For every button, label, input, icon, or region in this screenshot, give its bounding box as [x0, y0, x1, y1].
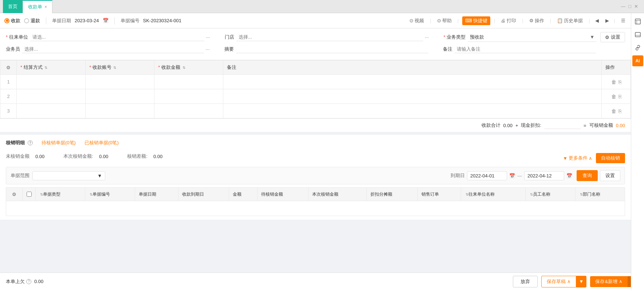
row2-remark[interactable] — [223, 89, 602, 104]
action-btn[interactable]: ⚙ 操作 — [527, 17, 546, 25]
row1-delete-btn[interactable]: 🗑 — [611, 79, 616, 85]
due-from-input[interactable] — [467, 171, 507, 180]
svg-rect-3 — [635, 32, 640, 37]
counterpart-input[interactable] — [30, 33, 204, 41]
auto-verify-btn[interactable]: 自动核销 — [596, 153, 625, 163]
tab-pending[interactable]: 待核销单据(0笔) — [37, 138, 80, 147]
col-action: 操作 — [602, 60, 631, 75]
query-btn[interactable]: 查询 — [577, 170, 598, 181]
video-btn[interactable]: ⊙ 视频 — [407, 17, 426, 25]
print-icon: 🖨 — [501, 18, 506, 23]
history-btn[interactable]: 📋 历史单据 — [555, 17, 585, 25]
verify-table-body — [6, 201, 625, 216]
row1-amount[interactable] — [154, 75, 223, 89]
vt-gear-icon[interactable]: ⚙ — [10, 190, 19, 199]
empty-label — [6, 201, 625, 216]
verified-label: 可核销金额 — [589, 122, 613, 129]
sidebar-link-icon[interactable] — [632, 42, 643, 53]
save-draft-dropdown-btn[interactable]: ▼ — [576, 276, 587, 287]
row3-copy-btn[interactable]: ⎘ — [619, 108, 621, 114]
row3-settle[interactable] — [17, 104, 86, 118]
row2-amount[interactable] — [154, 89, 223, 104]
row3-remark[interactable] — [223, 104, 602, 118]
sort-icon-type: ⇅ — [40, 192, 43, 196]
window-close-icon[interactable]: ✕ — [634, 4, 638, 9]
row2-copy-btn[interactable]: ⎘ — [619, 94, 621, 99]
col-amount: * 收款金额 ⇅ — [154, 60, 223, 75]
save-new-btn[interactable]: 保存&新增 ∧ — [590, 276, 628, 287]
row2-action: 🗑 ⎘ — [602, 89, 631, 104]
sidebar-table-icon[interactable] — [632, 16, 643, 27]
settings-btn[interactable]: ⚙ 设置 — [600, 32, 625, 42]
verify-tabs: 待核销单据(0笔) 已核销单据(0笔) — [37, 138, 123, 147]
svg-rect-0 — [635, 19, 640, 24]
window-minimize-icon[interactable]: — — [621, 4, 625, 9]
biz-type-select[interactable]: 预收款 ▼ — [468, 33, 597, 42]
store-more-btn[interactable]: ··· — [425, 34, 429, 40]
sidebar-ai-icon[interactable]: Ai — [632, 55, 643, 66]
row1-account[interactable] — [86, 75, 154, 89]
bottom-current-value: 0.00 — [34, 279, 43, 284]
help-btn[interactable]: ⊙ 帮助 — [435, 17, 454, 25]
vt-col-type: ⇅单据类型 — [36, 188, 85, 201]
discount-input[interactable] — [544, 122, 581, 129]
setting-btn[interactable]: 设置 — [600, 170, 620, 181]
tab-close-icon[interactable]: × — [44, 4, 47, 9]
verify-section: 核销明细 ? 待核销单据(0笔) 已核销单据(0笔) 未核销金额 0.00 本次… — [0, 135, 631, 220]
discount-label: 现金折扣: — [521, 122, 541, 129]
window-restore-icon[interactable]: □ — [628, 4, 631, 9]
select-all-checkbox[interactable] — [27, 192, 32, 197]
row3-amount[interactable] — [154, 104, 223, 118]
nav-prev-icon[interactable]: ◀ — [594, 17, 600, 24]
more-conditions-btn[interactable]: ▼ 更多条件 ∧ — [563, 155, 592, 161]
bottom-info-icon[interactable]: ? — [26, 279, 31, 284]
verify-date-row: 单据范围 ▼ 到期日 📅 — 📅 查询 设置 — [6, 167, 625, 184]
gear-icon: ⚙ — [605, 35, 609, 40]
date-label: 单据日期 — [52, 17, 71, 24]
sort-icon-3[interactable]: ⇅ — [182, 66, 185, 70]
staff-more-btn[interactable]: ··· — [205, 46, 210, 52]
store-field: 门店 ··· — [225, 33, 429, 41]
vt-col-gear[interactable]: ⚙ — [6, 188, 23, 201]
tab-home-label: 首页 — [8, 3, 17, 10]
store-input[interactable] — [236, 33, 423, 41]
sidebar-image-icon[interactable] — [632, 29, 643, 40]
row2-delete-btn[interactable]: 🗑 — [611, 94, 616, 99]
row3-delete-btn[interactable]: 🗑 — [611, 108, 616, 114]
save-draft-group: 保存草稿 ∧ ▼ — [541, 276, 587, 287]
row2-settle[interactable] — [17, 89, 86, 104]
layout-icon[interactable]: ☰ — [619, 17, 628, 24]
row3-account[interactable] — [86, 104, 154, 118]
tab-receipt[interactable]: 收款单 × — [23, 0, 52, 13]
staff-input[interactable] — [22, 45, 204, 53]
row3-action: 🗑 ⎘ — [602, 104, 631, 118]
table-gear-icon[interactable]: ⚙ — [4, 63, 13, 72]
calendar-to-icon[interactable]: 📅 — [566, 173, 572, 179]
verify-empty-row — [6, 201, 625, 216]
abandon-btn[interactable]: 放弃 — [513, 276, 538, 287]
tab-done[interactable]: 已核销单据(0笔) — [80, 138, 123, 147]
table-config-header[interactable]: ⚙ — [0, 60, 17, 75]
range-select[interactable]: ▼ — [32, 171, 105, 180]
calendar-icon[interactable]: 📅 — [103, 18, 109, 23]
print-btn[interactable]: 🖨 打印 — [499, 17, 518, 25]
sort-icon-1[interactable]: ⇅ — [44, 66, 47, 70]
due-to-input[interactable] — [524, 171, 564, 180]
sort-icon-2[interactable]: ⇅ — [113, 66, 116, 70]
row1-remark[interactable] — [223, 75, 602, 89]
row1-settle[interactable] — [17, 75, 86, 89]
shortcut-btn[interactable]: ⌨ 快捷键 — [462, 16, 490, 25]
radio-shoukuan[interactable]: 收款 — [4, 17, 20, 24]
row1-copy-btn[interactable]: ⎘ — [619, 79, 621, 85]
nav-next-icon[interactable]: ▶ — [604, 17, 610, 24]
save-draft-btn[interactable]: 保存草稿 ∧ — [541, 276, 576, 287]
tab-home[interactable]: 首页 — [3, 0, 23, 13]
radio-tuidan[interactable]: 退款 — [24, 17, 40, 24]
vt-col-sales-order: 销售订单 — [417, 188, 461, 201]
calendar-from-icon[interactable]: 📅 — [509, 173, 515, 179]
summary-input[interactable] — [236, 45, 428, 53]
counterpart-more-btn[interactable]: ··· — [206, 34, 210, 40]
row2-account[interactable] — [86, 89, 154, 104]
verify-info-icon[interactable]: ? — [28, 140, 33, 145]
remark-input[interactable] — [455, 45, 596, 53]
